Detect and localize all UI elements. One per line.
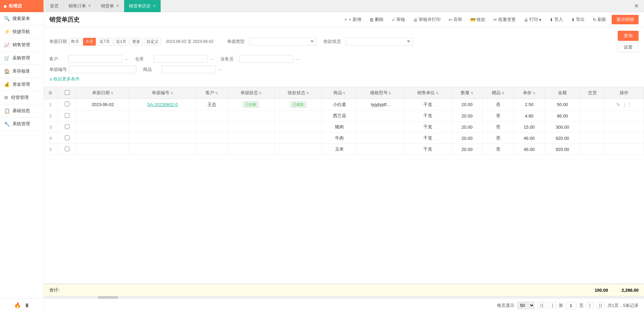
first-page-button[interactable]: ⟨⟨ — [537, 302, 546, 309]
col-gear[interactable]: ⚙ — [44, 87, 57, 99]
new-button[interactable]: ＋ + 新增 — [341, 15, 364, 24]
product-input[interactable] — [162, 66, 216, 73]
payment-status-select[interactable] — [346, 38, 413, 46]
collect-button[interactable]: 💳 收款 — [468, 15, 488, 24]
warehouse-input[interactable] — [154, 55, 208, 63]
col-pay-status[interactable]: 收款状态 — [275, 87, 322, 99]
date-yesterday-btn[interactable]: 昨天 — [69, 38, 82, 46]
salesperson-input[interactable] — [239, 55, 293, 63]
col-unit[interactable]: 销售单位 — [404, 87, 451, 99]
col-customer[interactable]: 客户 — [196, 87, 227, 99]
doc-no-link[interactable]: SA-20230602-0 — [147, 102, 178, 107]
more-ops-icon[interactable]: ⋮⋮ — [622, 102, 632, 107]
tab-sales-goods[interactable]: 销货单 ✕ — [96, 0, 124, 12]
col-op: 操作 — [605, 87, 644, 99]
salesperson-ellipsis-btn[interactable]: ··· — [295, 56, 299, 62]
import-button[interactable]: ⬇ 导入 — [547, 15, 566, 24]
row-checkbox-cell[interactable] — [57, 133, 77, 144]
col-doc-no[interactable]: 单据编号 — [129, 87, 196, 99]
doc-no-cell[interactable] — [129, 110, 196, 122]
sidebar-item-search-menu[interactable]: 🔍 搜索菜单 — [0, 12, 44, 25]
row-checkbox[interactable] — [65, 124, 69, 129]
sidebar-item-quick-nav[interactable]: ⚡ 快捷导航 — [0, 25, 44, 38]
row-checkbox-cell[interactable] — [57, 122, 77, 133]
date-custom-btn[interactable]: 自定义 — [144, 38, 161, 46]
tab-sales-history-close[interactable]: ✕ — [153, 4, 156, 8]
fire-icon[interactable]: 🔥 — [14, 302, 21, 309]
refresh-icon: ↻ — [593, 17, 596, 22]
doc-type-select[interactable] — [249, 38, 317, 46]
date-more-btn[interactable]: 更多 — [130, 38, 143, 46]
query-button[interactable]: 查询 — [618, 31, 639, 41]
col-doc-status[interactable]: 单据状态 — [227, 87, 275, 99]
tab-sales-order-close[interactable]: ✕ — [88, 4, 91, 8]
audit-button[interactable]: ✓ 审核 — [389, 15, 408, 24]
col-doc-date[interactable]: 单据日期 — [77, 87, 129, 99]
collapse-button[interactable]: ∧ 收起更多条件 — [49, 76, 639, 82]
date-7days-btn[interactable]: 近7天 — [97, 38, 112, 46]
abandon-button[interactable]: ↩ 弃审 — [446, 15, 465, 24]
sidebar-item-finance-mgmt[interactable]: 💰 资金管理 — [0, 78, 44, 91]
page-size-select[interactable]: 50 10 20 100 — [517, 302, 535, 309]
edit-icon[interactable]: ✎ — [616, 102, 620, 107]
warehouse-ellipsis-btn[interactable]: ··· — [210, 56, 214, 62]
next-page-button[interactable]: ⟩ — [586, 302, 593, 309]
audit-print-button[interactable]: 🖨 审核并打印 — [411, 15, 443, 24]
filter-row-1: 单据日期 昨天 今天 近7天 近1月 更多 自定义 2023-06-02 至 2… — [49, 31, 639, 52]
page-input[interactable] — [566, 302, 577, 309]
col-product[interactable]: 商品 — [322, 87, 357, 99]
display-detail-button[interactable]: 显示明细 — [612, 15, 639, 24]
row-checkbox-cell[interactable] — [57, 99, 77, 110]
sidebar-item-basic-info[interactable]: 📋 基础信息 — [0, 104, 44, 118]
row-checkbox-cell[interactable] — [57, 110, 77, 122]
prev-page-button[interactable]: ⟨ — [549, 302, 556, 309]
col-gift[interactable]: 赠品 — [482, 87, 513, 99]
row-checkbox[interactable] — [65, 135, 69, 140]
row-checkbox[interactable] — [65, 102, 69, 106]
product-ellipsis-btn[interactable]: ··· — [218, 67, 222, 72]
sidebar-item-inventory-calc[interactable]: 🏠 库存核算 — [0, 65, 44, 78]
select-all-checkbox[interactable] — [65, 90, 69, 95]
scrollbar-thumb[interactable] — [98, 296, 118, 299]
print-button[interactable]: 🖨 打印 ▾ — [521, 15, 544, 24]
doc-no-cell[interactable] — [129, 133, 196, 144]
tab-sales-history[interactable]: 销货单历史 ✕ — [124, 0, 161, 12]
tab-sales-order[interactable]: 销售订单 ✕ — [64, 0, 96, 12]
col-qty[interactable]: 数量 — [451, 87, 482, 99]
tab-home[interactable]: 首页 — [45, 0, 64, 12]
row-checkbox[interactable] — [65, 113, 69, 118]
delete-button[interactable]: 🗑 删除 — [367, 15, 386, 24]
last-page-button[interactable]: ⟩⟩ — [596, 302, 605, 309]
row-checkbox[interactable] — [65, 147, 69, 151]
table-footer: 合计: 100.00 2,286.00 — [44, 284, 644, 296]
doc-no-cell[interactable] — [129, 144, 196, 155]
refresh-button[interactable]: ↻ 刷新 — [590, 15, 609, 24]
batch-change-button[interactable]: ✏ 批量变更 — [491, 15, 519, 24]
pause-icon[interactable]: ⏸ — [24, 303, 30, 309]
col-price[interactable]: 单价 — [514, 87, 545, 99]
date-today-btn[interactable]: 今天 — [83, 38, 96, 46]
sidebar-item-ops-mgmt[interactable]: ⚙ 经营管理 — [0, 91, 44, 104]
export-button[interactable]: ⬆ 导出 — [568, 15, 587, 24]
row-number: 1 — [49, 102, 52, 107]
customer-ellipsis-btn[interactable]: ··· — [124, 56, 128, 62]
gear-settings-icon[interactable]: ⚙ — [48, 90, 53, 96]
customer-input[interactable] — [68, 55, 122, 63]
row-checkbox-cell[interactable] — [57, 144, 77, 155]
tab-sales-goods-close[interactable]: ✕ — [116, 4, 119, 8]
date-1month-btn[interactable]: 近1月 — [114, 38, 129, 46]
summary-values: 100.00 2,286.00 — [66, 288, 639, 293]
sidebar-item-system-mgmt[interactable]: 🔧 系统管理 — [0, 118, 44, 131]
doc-no-cell[interactable]: SA-20230602-0 — [129, 99, 196, 110]
amount-cell: 50.00 — [545, 99, 580, 110]
horizontal-scrollbar[interactable] — [44, 296, 644, 298]
spec-cell — [357, 122, 404, 133]
doc-no-cell[interactable] — [129, 122, 196, 133]
sidebar-item-sales-mgmt[interactable]: 📈 销售管理 — [0, 38, 44, 52]
doc-no-input[interactable] — [69, 66, 136, 73]
col-spec[interactable]: 规格型号 — [357, 87, 404, 99]
sidebar-item-purchase-mgmt[interactable]: 🛒 采购管理 — [0, 52, 44, 65]
setting-button[interactable]: 设置 — [618, 42, 639, 52]
tab-home-label: 首页 — [50, 3, 59, 9]
close-all-tabs-button[interactable]: ✕ — [630, 3, 643, 9]
